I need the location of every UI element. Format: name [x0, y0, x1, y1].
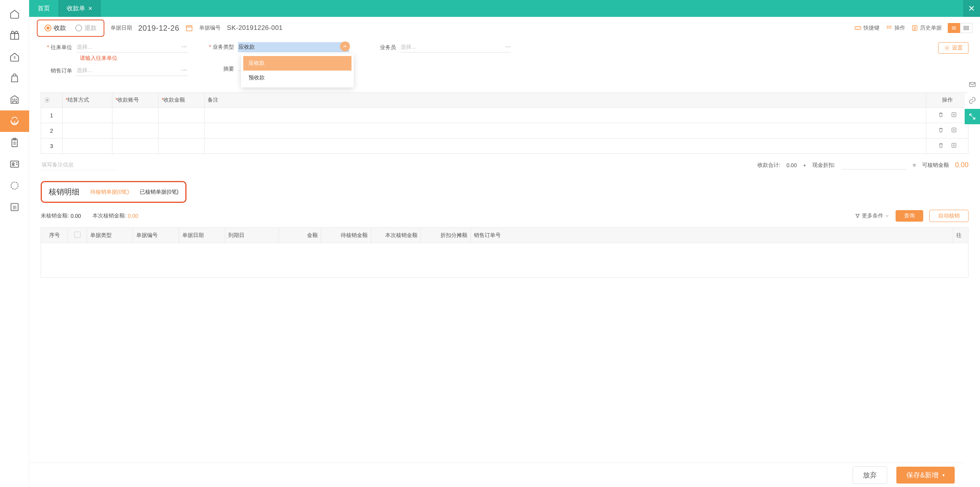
view-form-icon[interactable]: [960, 23, 972, 33]
col-date: 单据日期: [179, 228, 225, 243]
col-due: 到期日: [225, 228, 279, 243]
svg-text:新: 新: [13, 205, 17, 210]
radio-collect[interactable]: 收款: [45, 24, 66, 32]
nav-home-icon[interactable]: [0, 3, 29, 25]
svg-point-20: [890, 28, 891, 29]
footer-bar: 放弃 保存&新增 ▾: [29, 462, 965, 487]
add-icon[interactable]: [951, 112, 957, 118]
receipt-type-radio-group: 收款 退款: [37, 20, 104, 37]
col-amount: 收款金额: [158, 93, 205, 108]
equals-sign: =: [913, 162, 916, 168]
thisverif-label: 本次核销金额:: [92, 212, 126, 219]
date-label: 单据日期: [111, 25, 132, 31]
partner-input[interactable]: 选择... ⋯: [76, 42, 187, 53]
checkbox-icon[interactable]: [74, 232, 81, 238]
nav-gift-icon[interactable]: [0, 25, 29, 46]
delete-icon[interactable]: [938, 142, 944, 148]
radio-refund[interactable]: 退款: [75, 24, 97, 32]
delete-icon[interactable]: [938, 112, 944, 118]
row-index: 1: [41, 108, 63, 123]
col-account: 收款账号: [112, 93, 158, 108]
nav-sync-icon[interactable]: [0, 175, 29, 196]
tab-pending[interactable]: 待核销单据(0笔): [90, 189, 129, 196]
grid-icon: [886, 25, 893, 31]
date-value[interactable]: 2019-12-26: [138, 24, 179, 33]
right-sidebar: [965, 77, 980, 124]
nav-id-icon[interactable]: [0, 153, 29, 175]
svg-text:¥: ¥: [13, 120, 16, 124]
radio-checked-icon: [45, 25, 51, 31]
col-check[interactable]: [68, 228, 87, 243]
remark-input[interactable]: 填写备注信息: [41, 160, 117, 170]
nav-building-icon[interactable]: [0, 89, 29, 110]
dropdown-option-receivable[interactable]: 应收款: [243, 56, 351, 71]
tab-home[interactable]: 首页: [29, 0, 58, 17]
window-close-icon[interactable]: ×: [963, 0, 980, 17]
settings-button[interactable]: 设置: [938, 42, 968, 54]
view-list-icon[interactable]: [948, 23, 960, 33]
col-gear[interactable]: [41, 93, 63, 108]
order-more-icon[interactable]: ⋯: [181, 67, 187, 73]
operation-button[interactable]: 操作: [886, 25, 905, 31]
svg-point-18: [887, 28, 888, 29]
nav-pricetag-icon[interactable]: $: [0, 46, 29, 67]
salesman-more-icon[interactable]: ⋯: [505, 44, 511, 50]
tab-close-icon[interactable]: ×: [88, 5, 92, 13]
svg-point-4: [16, 99, 16, 99]
right-expand-icon[interactable]: [965, 109, 980, 124]
nav-wallet-icon[interactable]: ¥: [0, 110, 29, 132]
svg-point-27: [46, 99, 48, 101]
col-remark: 备注: [205, 93, 926, 108]
gear-icon: [44, 97, 50, 103]
query-button[interactable]: 查询: [896, 210, 923, 222]
detail-table: 序号 单据类型 单据编号 单据日期 到期日 金额 待核销金额 本次核销金额 折扣…: [41, 227, 968, 278]
summary-label: 摘要: [203, 66, 238, 72]
svg-point-10: [11, 182, 18, 189]
delete-icon[interactable]: [938, 127, 944, 133]
chevron-up-icon[interactable]: [340, 41, 350, 51]
partner-error: 请输入往来单位: [80, 55, 117, 62]
col-ops: 操作: [926, 93, 968, 108]
toolbar: 收款 退款 单据日期 2019-12-26 单据编号 SK-20191226-0…: [29, 17, 980, 39]
svg-point-9: [12, 163, 14, 165]
num-value: SK-20191226-001: [227, 24, 283, 32]
col-order: 销售订单号: [471, 228, 953, 243]
svg-point-26: [946, 47, 948, 49]
salesman-input[interactable]: 选择... ⋯: [400, 42, 511, 53]
chevron-down-icon: [885, 214, 889, 218]
partner-more-icon[interactable]: ⋯: [181, 44, 187, 50]
verifiable-label: 可核销金额: [922, 162, 949, 169]
add-icon[interactable]: [951, 142, 957, 148]
svg-rect-24: [964, 28, 966, 30]
num-label: 单据编号: [199, 25, 221, 31]
more-filters-button[interactable]: 更多条件: [855, 212, 889, 219]
biztype-select[interactable]: 应收款: [238, 42, 349, 52]
dropdown-option-advance[interactable]: 预收款: [243, 71, 351, 85]
save-new-button[interactable]: 保存&新增 ▾: [896, 467, 955, 484]
right-mail-icon[interactable]: [965, 77, 980, 92]
right-link-icon[interactable]: [965, 93, 980, 108]
view-switch: [948, 23, 972, 33]
svg-point-3: [14, 99, 15, 99]
calendar-icon[interactable]: [185, 24, 193, 32]
filter-icon: [855, 213, 860, 219]
table-row: 1: [41, 108, 968, 123]
shortcut-button[interactable]: 快捷键: [855, 25, 879, 31]
tab-receipt[interactable]: 收款单 ×: [58, 0, 101, 17]
thisverif-value: 0.00: [128, 213, 138, 219]
nav-new-icon[interactable]: 新: [0, 196, 29, 218]
discard-button[interactable]: 放弃: [853, 466, 887, 484]
history-button[interactable]: 历史单据: [911, 25, 942, 31]
discount-input[interactable]: [841, 161, 907, 169]
col-method: 结算方式: [63, 93, 112, 108]
biztype-label: 业务类型: [203, 44, 238, 51]
add-icon[interactable]: [951, 127, 957, 133]
tab-done[interactable]: 已核销单据(0笔): [140, 189, 178, 196]
auto-verify-button[interactable]: 自动核销: [929, 210, 968, 222]
plus-sign: +: [803, 162, 806, 168]
nav-clipboard-icon[interactable]: [0, 132, 29, 153]
order-input[interactable]: 选择... ⋯: [76, 66, 187, 76]
col-partner-trunc: 往: [953, 228, 968, 243]
svg-point-19: [889, 28, 890, 29]
nav-bag-icon[interactable]: [0, 67, 29, 89]
